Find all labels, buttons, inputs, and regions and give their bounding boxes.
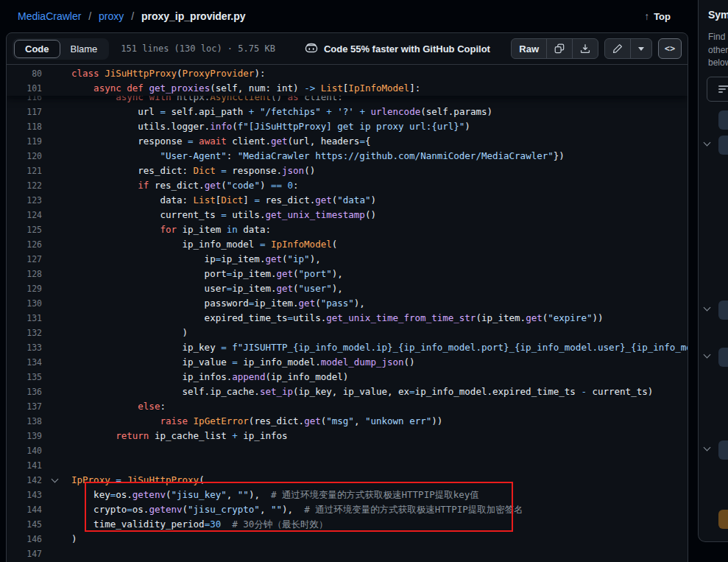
- line-number[interactable]: 138: [7, 416, 48, 426]
- file-header-bar: MediaCrawler / proxy / proxy_ip_provider…: [6, 0, 688, 32]
- code-text: res_dict: Dict = response.json(): [71, 164, 315, 178]
- code-text: self.ip_cache.set_ip(ip_key, ip_value, e…: [71, 384, 653, 399]
- tab-blame[interactable]: Blame: [60, 41, 108, 57]
- line-number[interactable]: 101: [7, 83, 48, 94]
- line-number[interactable]: 143: [7, 490, 48, 500]
- download-icon: [580, 43, 590, 54]
- code-text: utils.logger.info(f"[JiSuHttpProxy] get …: [71, 119, 470, 134]
- code-line: 120 "User-Agent": "MediaCrawler https://…: [7, 149, 688, 164]
- line-number[interactable]: 144: [7, 505, 48, 515]
- symbols-panel-description: Find other below: [708, 31, 728, 70]
- code-line: 134 ip_value = ip_info_model.model_dump_…: [7, 355, 688, 370]
- symbols-panel: Sym Find other below: [698, 0, 728, 542]
- scroll-to-top-label: Top: [654, 11, 671, 22]
- code-text: IpProxy = JiSuHttpProxy(: [71, 473, 205, 488]
- code-line: 144 crypto=os.getenv("jisu_crypto", ""),…: [7, 502, 688, 517]
- tab-code[interactable]: Code: [14, 40, 60, 58]
- line-number[interactable]: 124: [7, 210, 48, 220]
- line-number[interactable]: 128: [7, 269, 48, 279]
- code-line: 138 raise IpGetError(res_dict.get("msg",…: [7, 414, 688, 429]
- code-line: 80class JiSuHttpProxy(ProxyProvider):: [7, 66, 688, 81]
- symbol-item[interactable]: [718, 440, 728, 460]
- symbols-panel-toggle-button[interactable]: <>: [658, 38, 682, 59]
- code-line: 124 current_ts = utils.get_unix_timestam…: [7, 208, 688, 222]
- code-line: 123 data: List[Dict] = res_dict.get("dat…: [7, 193, 688, 208]
- line-number[interactable]: 136: [7, 387, 48, 397]
- symbol-item[interactable]: [718, 110, 728, 130]
- line-number[interactable]: 125: [7, 225, 48, 235]
- code-line: 145 time_validity_period=30 # 30分钟（最长时效）: [7, 517, 688, 532]
- pencil-icon: [612, 43, 623, 54]
- line-number[interactable]: 146: [7, 534, 48, 544]
- line-number[interactable]: 131: [7, 313, 48, 323]
- chevron-down-icon[interactable]: [704, 351, 711, 359]
- code-text: key=os.getenv("jisu_key", ""), # 通过环境变量的…: [71, 488, 479, 502]
- symbol-item[interactable]: [718, 136, 728, 155]
- code-line: 131 expired_time_ts=utils.get_unix_time_…: [7, 311, 688, 326]
- code-line: 126 ip_info_model = IpInfoModel(: [7, 237, 688, 252]
- line-number[interactable]: 120: [7, 151, 48, 161]
- code-text: ip_value = ip_info_model.model_dump_json…: [71, 355, 415, 370]
- line-number[interactable]: 119: [7, 136, 48, 147]
- scroll-to-top-button[interactable]: ↑ Top: [638, 7, 676, 25]
- copy-button[interactable]: [547, 39, 573, 58]
- copilot-banner: Code 55% faster with GitHub Copilot: [305, 43, 490, 55]
- line-number[interactable]: 142: [7, 475, 48, 485]
- line-number[interactable]: 80: [7, 69, 48, 79]
- line-number[interactable]: 137: [7, 401, 48, 412]
- code-text: ip_key = f"JISUHTTP_{ip_info_model.ip}_{…: [71, 340, 688, 355]
- line-number[interactable]: 130: [7, 298, 48, 309]
- code-line: 137 else:: [7, 399, 688, 414]
- line-number[interactable]: 117: [7, 107, 48, 117]
- code-text: class JiSuHttpProxy(ProxyProvider):: [71, 66, 265, 81]
- line-number[interactable]: 129: [7, 284, 48, 294]
- code-line: 142IpProxy = JiSuHttpProxy(: [7, 473, 688, 488]
- code-lines: 116 async with httpx.AsyncClient() as cl…: [7, 90, 688, 561]
- code-text: ip_infos.append(ip_info_model): [71, 370, 348, 384]
- code-text: raise IpGetError(res_dict.get("msg", "un…: [71, 414, 442, 429]
- line-number[interactable]: 122: [7, 180, 48, 191]
- code-line: 140: [7, 443, 688, 458]
- line-number[interactable]: 141: [7, 460, 48, 471]
- code-text: else:: [71, 399, 166, 414]
- line-number[interactable]: 134: [7, 357, 48, 368]
- code-line: 127 ip=ip_item.get("ip"),: [7, 252, 688, 267]
- code-blame-switcher: Code Blame: [13, 38, 109, 60]
- code-text: ): [71, 326, 188, 340]
- symbol-item[interactable]: [718, 348, 728, 367]
- symbol-item[interactable]: [718, 510, 728, 529]
- symbol-item[interactable]: [718, 301, 728, 320]
- line-number[interactable]: 127: [7, 254, 48, 264]
- breadcrumb-filename: proxy_ip_provider.py: [141, 10, 246, 22]
- download-button[interactable]: [573, 39, 598, 58]
- line-number[interactable]: 118: [7, 122, 48, 132]
- code-line: 130 password=ip_item.get("pass"),: [7, 296, 688, 311]
- edit-dropdown-button[interactable]: [631, 39, 651, 58]
- chevron-down-icon[interactable]: [704, 444, 711, 452]
- line-number[interactable]: 126: [7, 239, 48, 250]
- line-number[interactable]: 135: [7, 372, 48, 382]
- collapse-chevron-icon[interactable]: [52, 476, 59, 483]
- line-number[interactable]: 123: [7, 195, 48, 206]
- breadcrumb-repo-link[interactable]: MediaCrawler: [18, 10, 81, 22]
- symbols-filter-input[interactable]: [707, 77, 728, 102]
- code-text: response = await client.get(url, headers…: [71, 134, 370, 149]
- file-toolbar: Code Blame 151 lines (130 loc) · 5.75 KB…: [7, 33, 688, 65]
- line-number[interactable]: 145: [7, 519, 48, 530]
- code-text: port=ip_item.get("port"),: [71, 267, 343, 281]
- code-line: 118 utils.logger.info(f"[JiSuHttpProxy] …: [7, 119, 688, 134]
- chevron-down-icon[interactable]: [704, 139, 711, 147]
- code-line: 141: [7, 458, 688, 473]
- line-number[interactable]: 132: [7, 328, 48, 338]
- line-number[interactable]: 139: [7, 431, 48, 441]
- line-number[interactable]: 140: [7, 446, 48, 456]
- chevron-down-icon[interactable]: [704, 304, 711, 312]
- breadcrumb-folder-link[interactable]: proxy: [99, 10, 124, 22]
- raw-button[interactable]: Raw: [512, 39, 547, 58]
- edit-button[interactable]: [605, 39, 631, 58]
- line-number[interactable]: 147: [7, 549, 48, 559]
- line-number[interactable]: 133: [7, 343, 48, 353]
- line-number[interactable]: 121: [7, 166, 48, 176]
- copilot-icon: [305, 43, 318, 55]
- breadcrumb-separator: /: [131, 10, 134, 22]
